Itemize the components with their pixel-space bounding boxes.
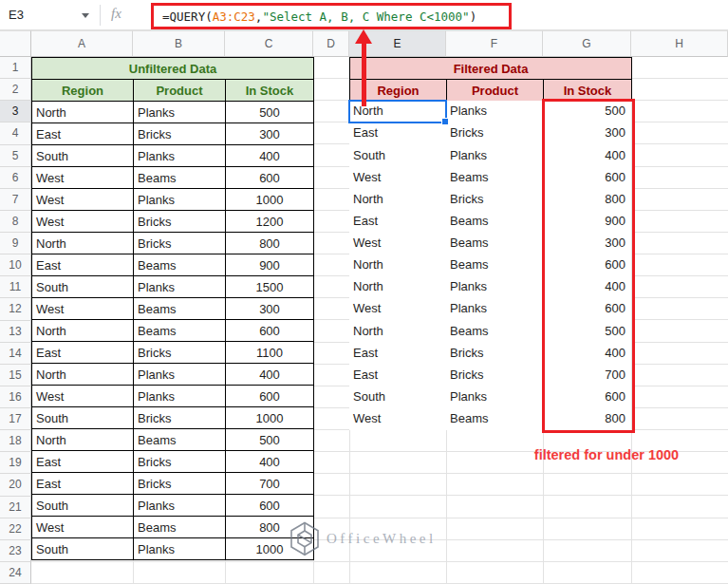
table-cell[interactable]: Bricks: [446, 189, 543, 211]
table-cell[interactable]: Bricks: [134, 233, 226, 254]
table-cell[interactable]: Beams: [134, 298, 226, 320]
table-cell[interactable]: North: [349, 189, 446, 211]
row-header-21[interactable]: 21: [0, 497, 31, 518]
row-header-14[interactable]: 14: [0, 343, 31, 365]
table-cell[interactable]: Beams: [446, 167, 543, 189]
table-cell[interactable]: Planks: [446, 386, 543, 408]
table-cell[interactable]: West: [349, 408, 446, 430]
column-header-a[interactable]: A: [31, 30, 133, 57]
table-cell[interactable]: 300: [226, 123, 314, 145]
table-cell[interactable]: Bricks: [134, 342, 226, 364]
table-cell[interactable]: West: [349, 298, 446, 320]
row-header-8[interactable]: 8: [0, 211, 31, 233]
table-cell[interactable]: West: [32, 517, 134, 538]
table-cell[interactable]: 400: [226, 364, 314, 386]
table-cell[interactable]: South: [32, 407, 134, 429]
select-all-corner[interactable]: [0, 30, 31, 57]
table-cell[interactable]: 600: [226, 167, 314, 189]
table-cell[interactable]: Bricks: [446, 122, 543, 144]
table-cell[interactable]: 600: [226, 495, 314, 517]
table-cell[interactable]: 300: [226, 298, 314, 320]
row-header-12[interactable]: 12: [0, 298, 31, 320]
row-header-6[interactable]: 6: [0, 167, 31, 189]
row-header-19[interactable]: 19: [0, 452, 31, 474]
table-cell[interactable]: Planks: [134, 102, 226, 123]
table-cell[interactable]: Bricks: [134, 407, 226, 429]
table-cell[interactable]: Beams: [446, 254, 543, 276]
table-cell[interactable]: Beams: [134, 254, 226, 276]
table-cell[interactable]: East: [32, 123, 134, 145]
table-cell[interactable]: West: [32, 189, 134, 211]
row-header-3[interactable]: 3: [0, 101, 31, 122]
column-header-product[interactable]: Product: [447, 80, 544, 102]
table-cell[interactable]: 400: [226, 451, 314, 473]
row-header-22[interactable]: 22: [0, 518, 31, 540]
row-header-10[interactable]: 10: [0, 254, 31, 276]
table-cell[interactable]: Planks: [446, 101, 543, 122]
table-cell[interactable]: Beams: [134, 429, 226, 451]
table-cell[interactable]: 400: [226, 145, 314, 167]
table-cell[interactable]: Beams: [446, 233, 543, 254]
table-cell[interactable]: 800: [226, 233, 314, 254]
row-header-18[interactable]: 18: [0, 430, 31, 452]
table-cell[interactable]: North: [32, 429, 134, 451]
table-cell[interactable]: East: [349, 122, 446, 144]
table-cell[interactable]: East: [349, 343, 446, 365]
table-cell[interactable]: 900: [226, 254, 314, 276]
table-cell[interactable]: Bricks: [134, 123, 226, 145]
table-cell[interactable]: East: [349, 365, 446, 386]
table-cell[interactable]: Bricks: [446, 343, 543, 365]
row-header-16[interactable]: 16: [0, 386, 31, 408]
table-cell[interactable]: Beams: [134, 167, 226, 189]
table-cell[interactable]: Bricks: [446, 365, 543, 386]
table-cell[interactable]: Beams: [446, 321, 543, 343]
table-cell[interactable]: North: [349, 254, 446, 276]
table-cell[interactable]: Planks: [134, 189, 226, 211]
row-header-15[interactable]: 15: [0, 365, 31, 386]
column-header-g[interactable]: G: [543, 30, 631, 57]
table-cell[interactable]: East: [32, 342, 134, 364]
table-cell[interactable]: South: [349, 386, 446, 408]
table-cell[interactable]: 1500: [226, 276, 314, 298]
table-cell[interactable]: North: [349, 276, 446, 298]
table-cell[interactable]: Planks: [134, 364, 226, 386]
table-cell[interactable]: East: [32, 254, 134, 276]
column-header-product[interactable]: Product: [134, 80, 226, 102]
row-header-7[interactable]: 7: [0, 189, 31, 211]
row-header-1[interactable]: 1: [0, 57, 31, 79]
table-cell[interactable]: North: [32, 364, 134, 386]
table-cell[interactable]: North: [32, 320, 134, 342]
table-cell[interactable]: Bricks: [134, 451, 226, 473]
table-cell[interactable]: South: [32, 495, 134, 517]
row-header-24[interactable]: 24: [0, 562, 31, 584]
table-cell[interactable]: West: [349, 167, 446, 189]
name-box-dropdown-icon[interactable]: [82, 13, 89, 18]
table-cell[interactable]: East: [32, 451, 134, 473]
row-header-23[interactable]: 23: [0, 540, 31, 562]
formula-input[interactable]: =QUERY(A3:C23,"Select A, B, C Where C<10…: [151, 3, 512, 29]
row-header-11[interactable]: 11: [0, 276, 31, 298]
table-cell[interactable]: North: [32, 102, 134, 123]
table-cell[interactable]: Planks: [134, 276, 226, 298]
column-header-c[interactable]: C: [225, 30, 313, 57]
column-header-d[interactable]: D: [313, 30, 349, 57]
row-header-5[interactable]: 5: [0, 145, 31, 167]
table-cell[interactable]: North: [32, 233, 134, 254]
table-cell[interactable]: 600: [226, 320, 314, 342]
table-cell[interactable]: Bricks: [134, 211, 226, 233]
table-cell[interactable]: 1100: [226, 342, 314, 364]
table-cell[interactable]: West: [32, 298, 134, 320]
table-cell[interactable]: East: [32, 473, 134, 495]
row-header-2[interactable]: 2: [0, 79, 31, 101]
table-cell[interactable]: South: [32, 538, 134, 560]
table-cell[interactable]: West: [32, 167, 134, 189]
table-cell[interactable]: Beams: [446, 211, 543, 233]
table-cell[interactable]: South: [32, 276, 134, 298]
table-cell[interactable]: South: [349, 145, 446, 167]
row-header-13[interactable]: 13: [0, 321, 31, 343]
column-header-b[interactable]: B: [133, 30, 225, 57]
table-cell[interactable]: Planks: [446, 298, 543, 320]
table-cell[interactable]: 1000: [226, 407, 314, 429]
unfiltered-table-title[interactable]: Unfiltered Data: [32, 58, 314, 80]
column-header-in-stock[interactable]: In Stock: [226, 80, 314, 102]
